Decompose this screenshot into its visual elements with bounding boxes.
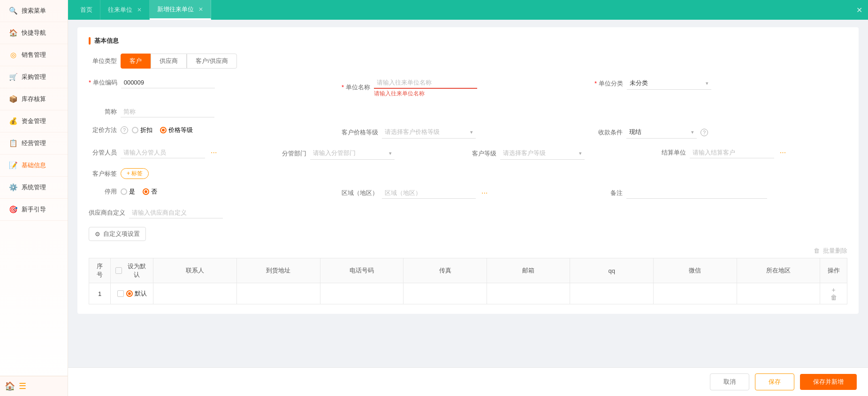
save-button[interactable]: 保存 — [755, 373, 794, 390]
radio-yes[interactable]: 是 — [121, 187, 135, 196]
unit-name-input[interactable] — [374, 77, 477, 89]
sidebar-item-system[interactable]: ⚙️ 系统管理 — [0, 177, 68, 199]
sidebar: 🔍 搜索菜单 🏠 快捷导航 ◎ 销售管理 🛒 采购管理 📦 库存核算 💰 资金管… — [0, 0, 68, 396]
btn-supplier[interactable]: 供应商 — [151, 54, 187, 69]
chevron-down-icon-4: ▾ — [389, 150, 392, 156]
department-select[interactable]: 请输入分管部门 ▾ — [310, 147, 395, 160]
phone-input[interactable] — [325, 290, 399, 297]
sidebar-item-finance[interactable]: 💰 资金管理 — [0, 110, 68, 132]
batch-delete-label[interactable]: 批量删除 — [823, 247, 847, 254]
row-default-radio[interactable]: 默认 — [126, 289, 147, 298]
unit-type-field: 单位类型 客户 供应商 客户/供应商 — [89, 54, 847, 69]
main-area: 首页 往来单位 ✕ 新增往来单位 ✕ ✕ 基本信息 单位类型 客户 — [68, 0, 868, 396]
cell-email[interactable] — [487, 283, 570, 304]
code-name-category-row: 单位编码 单位名称 请输入往来单位名称 单位分类 未分类 ▾ — [89, 77, 847, 98]
settlement-input[interactable] — [690, 147, 774, 158]
supplier-custom-label: 供应商自定义 — [89, 209, 125, 217]
sidebar-item-quick-nav[interactable]: 🏠 快捷导航 — [0, 22, 68, 44]
sidebar-item-operations[interactable]: 📋 经营管理 — [0, 132, 68, 155]
sidebar-item-basic-info[interactable]: 📝 基础信息 — [0, 155, 68, 177]
payment-terms-help-icon[interactable]: ? — [700, 129, 708, 136]
fax-input[interactable] — [408, 290, 482, 297]
sidebar-item-search[interactable]: 🔍 搜索菜单 — [0, 0, 68, 22]
add-tag-btn[interactable]: + 标签 — [121, 168, 149, 179]
unit-code-field: 单位编码 — [89, 77, 342, 88]
sidebar-settings-btn[interactable]: ☰ — [19, 381, 26, 391]
cell-fax[interactable] — [404, 283, 487, 304]
email-input[interactable] — [492, 290, 565, 297]
row-checkbox[interactable] — [117, 290, 124, 297]
radio-yes-circle — [121, 188, 127, 195]
tab-partners[interactable]: 往来单位 ✕ — [100, 0, 150, 20]
tab-new-partner-label: 新增往来单位 — [157, 5, 194, 14]
row-delete-btn[interactable]: 🗑 — [829, 294, 838, 301]
table-row: 1 默认 — [89, 283, 847, 304]
radio-price-level[interactable]: 价格等级 — [160, 126, 193, 134]
cell-address[interactable] — [237, 283, 320, 304]
address-input[interactable] — [242, 290, 315, 297]
custom-settings-btn[interactable]: ⚙ 自定义项设置 — [89, 227, 146, 241]
short-name-row: 简称 — [89, 106, 847, 117]
region-more-btn[interactable]: ··· — [480, 189, 489, 197]
col-index: 序号 — [89, 258, 111, 283]
save-new-button[interactable]: 保存并新增 — [800, 374, 857, 390]
pricing-help-icon[interactable]: ? — [121, 126, 128, 134]
home-icon: 🏠 — [8, 28, 18, 38]
basic-info-icon: 📝 — [8, 161, 18, 170]
unit-type-row: 单位类型 客户 供应商 客户/供应商 — [89, 54, 847, 69]
supplier-custom-input[interactable] — [129, 207, 223, 218]
cell-contact[interactable] — [153, 283, 237, 304]
customer-level-select[interactable]: 请选择客户等级 ▾ — [500, 147, 585, 160]
cell-qq[interactable] — [570, 283, 654, 304]
short-name-input[interactable] — [121, 106, 214, 117]
region-input-2[interactable] — [742, 290, 815, 297]
remarks-input[interactable] — [626, 187, 767, 199]
radio-discount-circle — [132, 127, 138, 133]
settlement-more-btn[interactable]: ··· — [778, 148, 788, 157]
unit-code-input[interactable] — [121, 77, 215, 88]
close-all-tabs-btn[interactable]: ✕ — [856, 6, 862, 15]
tab-new-partner-close[interactable]: ✕ — [198, 6, 203, 13]
col-email: 邮箱 — [487, 258, 570, 283]
tab-new-partner[interactable]: 新增往来单位 ✕ — [150, 0, 211, 20]
row-default-circle — [126, 290, 133, 297]
payment-terms-select[interactable]: 现结 ▾ — [626, 126, 697, 139]
radio-no-label: 否 — [151, 187, 157, 196]
row-add-btn[interactable]: + — [830, 286, 837, 294]
btn-customer[interactable]: 客户 — [121, 54, 151, 69]
cell-wechat[interactable] — [654, 283, 737, 304]
tab-home[interactable]: 首页 — [73, 0, 100, 20]
disabled-field: 停用 是 否 — [89, 187, 342, 196]
unit-name-label: 单位名称 — [342, 83, 370, 92]
sidebar-item-guide[interactable]: 🎯 新手引导 — [0, 199, 68, 221]
settlement-label: 结算单位 — [658, 148, 686, 157]
system-icon: ⚙️ — [8, 183, 18, 192]
basic-info-card: 基本信息 单位类型 客户 供应商 客户/供应商 单位编码 — [77, 27, 859, 314]
sidebar-item-label: 新手引导 — [22, 205, 46, 214]
customer-price-level-select[interactable]: 请选择客户价格等级 ▾ — [382, 126, 476, 139]
wechat-input[interactable] — [658, 290, 732, 297]
cell-region[interactable] — [737, 283, 820, 304]
inventory-icon: 📦 — [8, 94, 18, 104]
manager-more-btn[interactable]: ··· — [209, 148, 219, 157]
radio-discount[interactable]: 折扣 — [132, 126, 152, 134]
cell-phone[interactable] — [320, 283, 404, 304]
unit-category-select[interactable]: 未分类 ▾ — [627, 77, 711, 90]
sidebar-home-btn[interactable]: 🏠 — [5, 381, 15, 391]
manager-input[interactable] — [121, 147, 205, 158]
col-fax: 传真 — [404, 258, 487, 283]
sidebar-item-sales[interactable]: ◎ 销售管理 — [0, 44, 68, 66]
sidebar-item-inventory[interactable]: 📦 库存核算 — [0, 88, 68, 110]
tab-partners-close[interactable]: ✕ — [137, 7, 142, 13]
cancel-button[interactable]: 取消 — [710, 373, 749, 390]
contact-input[interactable] — [158, 290, 232, 297]
sidebar-item-purchase[interactable]: 🛒 采购管理 — [0, 66, 68, 88]
region-input[interactable] — [382, 187, 476, 199]
radio-no[interactable]: 否 — [143, 187, 157, 196]
qq-input[interactable] — [575, 290, 648, 297]
header-checkbox[interactable] — [115, 267, 122, 274]
col-phone: 电话号码 — [320, 258, 404, 283]
btn-both[interactable]: 客户/供应商 — [187, 54, 237, 69]
col-wechat: 微信 — [654, 258, 737, 283]
tag-label: 客户标签 — [89, 170, 117, 178]
